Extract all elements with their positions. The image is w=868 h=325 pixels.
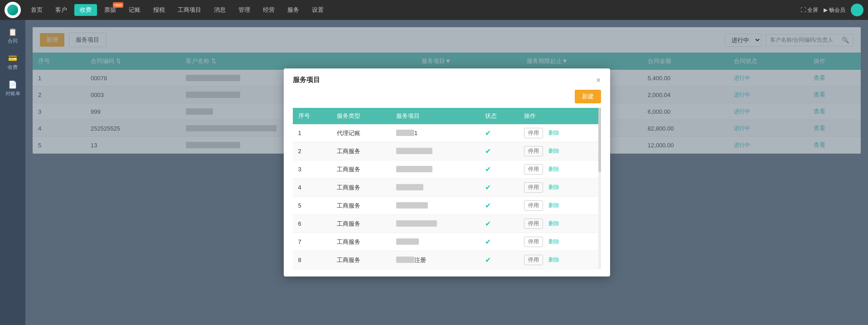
modal-toolbar: 新建 [293,90,601,103]
modal-cell-seq: 6 [293,215,332,233]
sidebar-item-contract[interactable]: 📋 合同 [1,24,24,48]
modal-cell-seq: 5 [293,197,332,215]
modal-cell-status: ✔ [480,124,519,142]
modal-cell-seq: 2 [293,142,332,160]
modal-overlay: 服务项目 × 新建 序号 服务类型 服务项目 [25,20,868,325]
modal-cell-seq: 1 [293,124,332,142]
modal-cell-action: 停用 删除 [519,197,601,215]
modal-cell-seq: 4 [293,179,332,197]
modal-cell-item [391,142,480,160]
service-item-modal: 服务项目 × 新建 序号 服务类型 服务项目 [284,68,610,276]
modal-cell-item [391,233,480,251]
fullscreen-button[interactable]: ⛶ 全屏 [800,6,818,14]
main-layout: 📋 合同 💳 收费 📄 对账单 新增 服务项目 进行中 已结束 全部 [0,20,868,325]
scrollbar-track [598,108,601,269]
modal-cell-action: 停用 删除 [519,160,601,179]
vip-button[interactable]: ▶ 畅会员 [824,6,845,14]
stop-button[interactable]: 停用 [524,128,543,138]
stop-button[interactable]: 停用 [524,237,543,247]
modal-cell-status: ✔ [480,215,519,233]
nav-manage[interactable]: 管理 [233,4,256,16]
modal-cell-type: 工商服务 [331,233,391,251]
user-avatar[interactable] [851,4,863,16]
nav-settings[interactable]: 设置 [306,4,329,16]
modal-table-row: 8 工商服务 注册 ✔ 停用 删除 [293,251,601,269]
modal-table-row: 3 工商服务 ✔ 停用 删除 [293,160,601,179]
delete-button[interactable]: 删除 [547,183,561,192]
vip-icon: ▶ [824,7,828,13]
modal-table-row: 5 工商服务 ✔ 停用 删除 [293,197,601,215]
nav-invoice[interactable]: 票据new [99,4,121,16]
sidebar-item-charge[interactable]: 💳 收费 [1,50,24,74]
modal-cell-seq: 8 [293,251,332,269]
modal-table-row: 4 工商服务 ✔ 停用 删除 [293,179,601,197]
nav-service[interactable]: 服务 [282,4,305,16]
delete-button[interactable]: 删除 [547,146,561,156]
delete-button[interactable]: 删除 [547,219,561,228]
modal-title: 服务项目 [293,76,320,84]
modal-table-row: 2 工商服务 ✔ 停用 删除 [293,142,601,160]
modal-cell-action: 停用 删除 [519,124,601,142]
delete-button[interactable]: 删除 [547,255,561,265]
modal-col-type: 服务类型 [331,108,391,124]
delete-button[interactable]: 删除 [547,201,561,210]
modal-cell-status: ✔ [480,251,519,269]
stop-button[interactable]: 停用 [524,255,543,265]
stop-button[interactable]: 停用 [524,218,543,229]
fullscreen-icon: ⛶ [800,7,806,13]
nav-home[interactable]: 首页 [25,4,48,16]
sidebar: 📋 合同 💳 收费 📄 对账单 [0,20,25,325]
nav-client[interactable]: 客户 [50,4,73,16]
modal-cell-type: 工商服务 [331,197,391,215]
modal-col-item: 服务项目 [391,108,480,124]
delete-button[interactable]: 删除 [547,237,561,247]
modal-cell-action: 停用 删除 [519,251,601,269]
delete-button[interactable]: 删除 [547,128,561,138]
scrollbar-thumb[interactable] [598,108,601,172]
modal-cell-status: ✔ [480,179,519,197]
modal-cell-type: 工商服务 [331,160,391,179]
nav-tax[interactable]: 报税 [148,4,170,16]
reconcile-icon: 📄 [8,80,17,89]
nav-industrial[interactable]: 工商项目 [172,4,207,16]
modal-cell-type: 工商服务 [331,251,391,269]
vip-label: 畅会员 [829,6,845,14]
content-area: 新增 服务项目 进行中 已结束 全部 🔍 [25,20,868,325]
sidebar-item-charge-label: 收费 [8,64,18,71]
stop-button[interactable]: 停用 [524,164,543,175]
modal-cell-type: 工商服务 [331,215,391,233]
modal-cell-type: 代理记账 [331,124,391,142]
modal-cell-item [391,179,480,197]
stop-button[interactable]: 停用 [524,146,543,156]
modal-cell-item: 注册 [391,251,480,269]
fullscreen-label: 全屏 [807,6,818,14]
stop-button[interactable]: 停用 [524,200,543,211]
sidebar-item-reconcile[interactable]: 📄 对账单 [1,76,24,101]
modal-cell-action: 停用 删除 [519,179,601,197]
modal-cell-item: 1 [391,124,480,142]
modal-header: 服务项目 × [284,68,610,84]
nav-operation[interactable]: 经营 [257,4,280,16]
modal-cell-status: ✔ [480,160,519,179]
modal-cell-item [391,197,480,215]
modal-table-row: 1 代理记账 1 ✔ 停用 删除 [293,124,601,142]
modal-table-row: 6 工商服务 ✔ 停用 删除 [293,215,601,233]
modal-col-seq: 序号 [293,108,332,124]
modal-cell-item [391,160,480,179]
delete-button[interactable]: 删除 [547,165,561,174]
modal-cell-status: ✔ [480,233,519,251]
nav-charge[interactable]: 收费 [74,4,97,16]
modal-close-button[interactable]: × [596,76,601,84]
nav-items: 首页 客户 收费 票据new 记账 报税 工商项目 消息 管理 经营 服务 设置 [25,4,800,16]
modal-cell-status: ✔ [480,197,519,215]
modal-cell-seq: 7 [293,233,332,251]
modal-cell-status: ✔ [480,142,519,160]
nav-message[interactable]: 消息 [209,4,231,16]
modal-cell-action: 停用 删除 [519,215,601,233]
charge-icon: 💳 [8,53,17,63]
stop-button[interactable]: 停用 [524,182,543,193]
nav-bookkeeping[interactable]: 记账 [123,4,146,16]
modal-cell-item [391,215,480,233]
nav-right-area: ⛶ 全屏 ▶ 畅会员 [800,4,863,16]
modal-new-button[interactable]: 新建 [575,90,601,103]
